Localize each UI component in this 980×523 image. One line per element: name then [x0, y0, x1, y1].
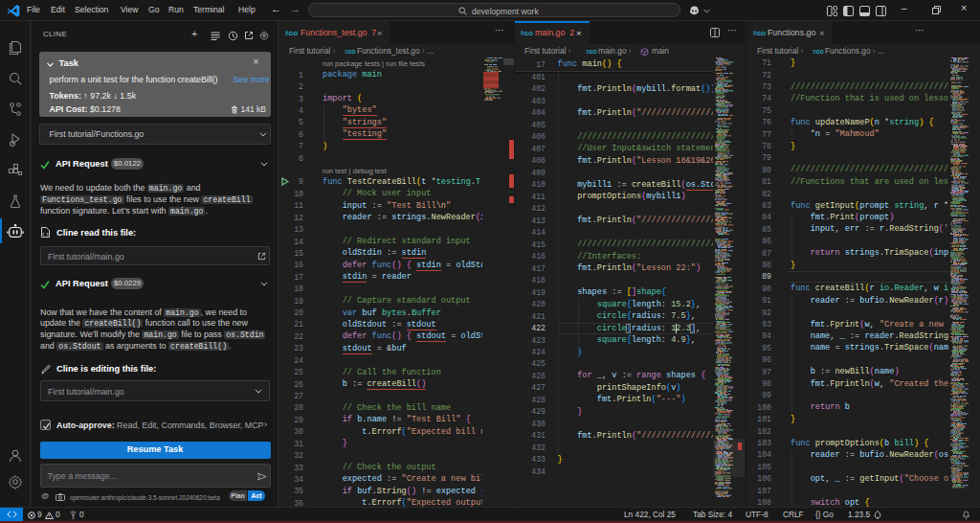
svg-text:GO: GO: [347, 49, 355, 55]
svg-text:GO: GO: [815, 49, 823, 55]
svg-text:GO: GO: [757, 31, 767, 36]
svg-text:GO: GO: [524, 31, 534, 36]
svg-text:GO: GO: [289, 31, 299, 36]
svg-text:GO: GO: [589, 49, 596, 55]
